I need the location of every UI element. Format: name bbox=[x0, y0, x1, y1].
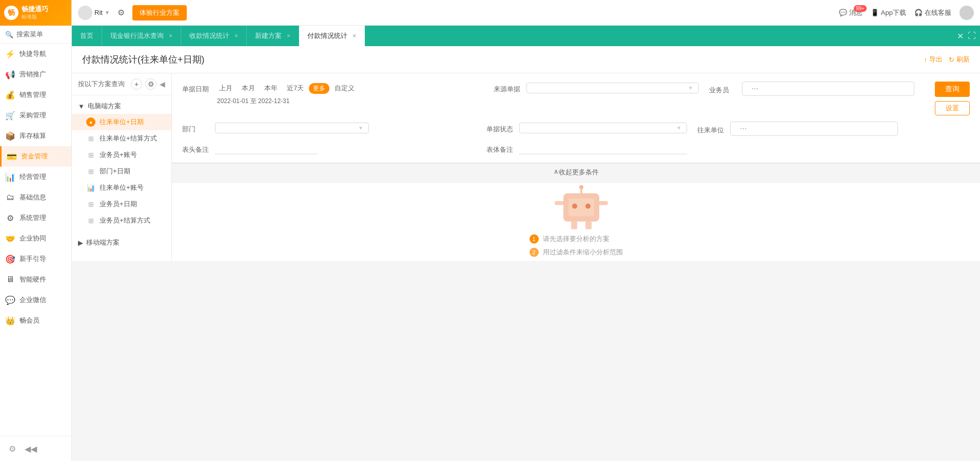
scheme-item-unit-account[interactable]: 📊 往来单位+账号 bbox=[72, 179, 171, 196]
filter-area: 单据日期 上月 本月 本年 近7天 更多 自定义 20 bbox=[172, 73, 980, 261]
sidebar-nav: ⚡ 快捷导航 📢 营销推广 💰 销售管理 🛒 采购管理 📦 库存核算 💳 资金管… bbox=[0, 44, 71, 436]
page-actions: ↑ 导出 ↻ 刷新 bbox=[924, 55, 970, 64]
table-body-note-input[interactable] bbox=[519, 142, 687, 154]
sidebar-item-sales[interactable]: 💰 销售管理 bbox=[0, 85, 71, 105]
app-download-button[interactable]: 📱 App下载 bbox=[871, 8, 906, 17]
sidebar-item-inventory[interactable]: 📦 库存核算 bbox=[0, 126, 71, 146]
tab-home[interactable]: 首页 bbox=[72, 26, 102, 46]
dept-select[interactable]: ▼ bbox=[215, 123, 369, 133]
search-menu[interactable]: 🔍 搜索菜单 bbox=[0, 26, 71, 44]
step-1-icon: 1 bbox=[530, 234, 539, 244]
filter-row-1: 单据日期 上月 本月 本年 近7天 更多 自定义 20 bbox=[182, 82, 970, 115]
table-header-note-input[interactable] bbox=[215, 142, 318, 154]
sidebar-item-basic[interactable]: 🗂 基础信息 bbox=[0, 187, 71, 208]
mobile-group-header[interactable]: ▶ 移动端方案 bbox=[72, 235, 171, 250]
staff-dots[interactable]: ··· bbox=[748, 84, 762, 93]
query-button[interactable]: 查询 bbox=[935, 82, 970, 97]
desktop-group-header[interactable]: ▼ 电脑端方案 bbox=[72, 98, 171, 114]
sidebar-item-purchase[interactable]: 🛒 采购管理 bbox=[0, 105, 71, 126]
related-unit-dots[interactable]: ··· bbox=[736, 124, 751, 133]
messages-button[interactable]: 💬 消息 99+ bbox=[839, 8, 863, 17]
mobile-scheme-group: ▶ 移动端方案 bbox=[72, 232, 171, 253]
sales-icon: 💰 bbox=[5, 90, 15, 100]
settings-button[interactable]: ⚙ bbox=[114, 6, 128, 20]
table-icon-3: ⊞ bbox=[86, 167, 95, 176]
user-info[interactable]: Rit ▼ bbox=[78, 6, 110, 20]
scheme-item-unit-settle[interactable]: ⊞ 往来单位+结算方式 bbox=[72, 130, 171, 147]
tab-new-scheme[interactable]: 新建方案 × bbox=[247, 26, 299, 46]
collapse-panel-button[interactable]: ◀ bbox=[160, 80, 165, 88]
search-icon: 🔍 bbox=[5, 31, 13, 38]
collapse-filter-button[interactable]: ∧ 收起更多条件 bbox=[172, 163, 980, 181]
basic-icon: 🗂 bbox=[5, 192, 15, 203]
source-bill-label: 来源单据 bbox=[494, 82, 522, 94]
maximize-button[interactable]: ⛶ bbox=[968, 31, 976, 41]
sidebar-item-hardware[interactable]: 🖥 智能硬件 bbox=[0, 269, 71, 290]
close-bank-tab[interactable]: × bbox=[169, 32, 172, 39]
tab-payment[interactable]: 付款情况统计 × bbox=[299, 26, 365, 46]
tab-income[interactable]: 收款情况统计 × bbox=[181, 26, 247, 46]
close-payment-tab[interactable]: × bbox=[352, 32, 356, 39]
headset-icon: 🎧 bbox=[914, 9, 923, 16]
hardware-icon: 🖥 bbox=[5, 274, 15, 285]
add-scheme-button[interactable]: + bbox=[131, 78, 142, 90]
filter-row-2: 部门 ▼ 单据状态 ▼ bbox=[182, 122, 970, 136]
date-this-month-btn[interactable]: 本月 bbox=[238, 82, 259, 95]
close-all-tabs-button[interactable]: ✕ bbox=[957, 31, 964, 41]
refresh-button[interactable]: ↻ 刷新 bbox=[949, 55, 970, 64]
dept-label: 部门 bbox=[182, 122, 211, 134]
trial-button[interactable]: 体验行业方案 bbox=[132, 5, 187, 21]
date-last-month-btn[interactable]: 上月 bbox=[215, 82, 237, 95]
scheme-item-unit-date[interactable]: ● 往来单位+日期 bbox=[72, 114, 171, 130]
collapse-sidebar-button[interactable]: ◀◀ bbox=[24, 442, 38, 456]
finance-label: 资金管理 bbox=[21, 152, 48, 161]
sidebar-item-finance[interactable]: 💳 资金管理 bbox=[0, 146, 71, 167]
chart-icon: 📊 bbox=[86, 183, 95, 192]
refresh-icon: ↻ bbox=[949, 56, 954, 64]
scheme-item-staff-date[interactable]: ⊞ 业务员+日期 bbox=[72, 196, 171, 212]
close-new-scheme-tab[interactable]: × bbox=[287, 32, 290, 39]
logo-text: 畅捷通巧 标准版 bbox=[22, 5, 48, 21]
sidebar-item-wechat[interactable]: 💬 企业微信 bbox=[0, 290, 71, 310]
scheme-item-dept-date[interactable]: ⊞ 部门+日期 bbox=[72, 163, 171, 179]
tabs-end: ✕ ⛶ bbox=[953, 26, 980, 46]
date-more-btn[interactable]: 更多 bbox=[309, 83, 329, 94]
related-unit-select[interactable]: ··· bbox=[730, 122, 898, 136]
svg-rect-6 bbox=[555, 201, 564, 205]
sidebar-header: 畅 畅捷通巧 标准版 bbox=[0, 0, 71, 26]
export-button[interactable]: ↑ 导出 bbox=[924, 55, 943, 64]
sidebar-item-system[interactable]: ⚙ 系统管理 bbox=[0, 208, 71, 228]
setting-button[interactable]: 设置 bbox=[935, 101, 970, 115]
bill-date-label: 单据日期 bbox=[182, 82, 211, 94]
scheme-item-staff-account[interactable]: ⊞ 业务员+账号 bbox=[72, 147, 171, 163]
svg-rect-8 bbox=[571, 222, 577, 229]
user-avatar[interactable] bbox=[959, 6, 974, 20]
system-icon: ⚙ bbox=[5, 213, 15, 223]
export-icon: ↑ bbox=[924, 56, 928, 64]
bill-status-select[interactable]: ▼ bbox=[519, 123, 687, 133]
sidebar-item-marketing[interactable]: 📢 营销推广 bbox=[0, 64, 71, 85]
online-service-button[interactable]: 🎧 在线客服 bbox=[914, 8, 951, 17]
sidebar-item-guide[interactable]: 🎯 新手引导 bbox=[0, 249, 71, 269]
source-bill-select[interactable]: ▼ bbox=[526, 83, 699, 93]
filter-content: 单据日期 上月 本月 本年 近7天 更多 自定义 20 bbox=[172, 73, 980, 163]
staff-label: 业务员 bbox=[709, 83, 738, 95]
staff-select[interactable]: ··· bbox=[742, 82, 914, 96]
sidebar-item-shortcuts[interactable]: ⚡ 快捷导航 bbox=[0, 44, 71, 64]
topbar-left: Rit ▼ ⚙ 体验行业方案 bbox=[78, 5, 834, 21]
close-income-tab[interactable]: × bbox=[234, 32, 238, 39]
tab-bank[interactable]: 现金银行流水查询 × bbox=[102, 26, 181, 46]
username: Rit bbox=[94, 9, 103, 16]
sidebar-item-operation[interactable]: 📊 经营管理 bbox=[0, 167, 71, 187]
empty-state: 1 请先选择要分析的方案 2 用过滤条件来缩小分析范围 bbox=[172, 183, 980, 261]
date-custom-btn[interactable]: 自定义 bbox=[330, 82, 359, 95]
sidebar-item-member[interactable]: 👑 畅会员 bbox=[0, 310, 71, 331]
date-this-year-btn[interactable]: 本年 bbox=[260, 82, 282, 95]
sidebar-item-enterprise[interactable]: 🤝 企业协同 bbox=[0, 228, 71, 249]
expand-icon: ▼ bbox=[78, 103, 85, 110]
user-dropdown-icon[interactable]: ▼ bbox=[105, 10, 110, 15]
scheme-settings-button[interactable]: ⚙ bbox=[145, 78, 156, 90]
scheme-item-staff-settle[interactable]: ⊞ 业务员+结算方式 bbox=[72, 212, 171, 229]
settings-gear-button[interactable]: ⚙ bbox=[5, 442, 19, 456]
date-last-7days-btn[interactable]: 近7天 bbox=[283, 82, 308, 95]
